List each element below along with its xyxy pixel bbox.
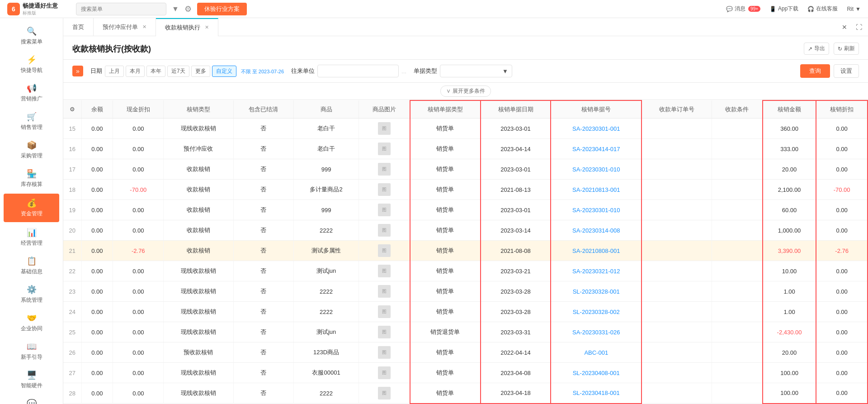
bill-no-link[interactable]: ABC-001 [584, 349, 608, 356]
system-icon: ⚙️ [27, 285, 37, 295]
tab-receipt[interactable]: 收款核销执行 ✕ [156, 18, 218, 36]
sidebar-item-quick[interactable]: ⚡ 快捷导航 [0, 50, 63, 79]
td-bill-type: 销货单 [410, 200, 481, 220]
bill-no-link[interactable]: SL-20230328-002 [573, 309, 620, 315]
bill-no-link[interactable]: SL-20230408-001 [573, 370, 620, 376]
refresh-icon: ↻ [838, 46, 842, 52]
td-rowno: 17 [63, 159, 81, 180]
tab-prepay[interactable]: 预付冲应付单 ✕ [94, 18, 156, 36]
td-verify-discount: 0.00 [816, 281, 868, 302]
td-verify-type: 现线收款核销 [164, 281, 233, 302]
sidebar-item-operations[interactable]: 📊 经营管理 [0, 223, 63, 252]
tab-home[interactable]: 首页 [63, 18, 94, 36]
settings-icon[interactable]: ⚙ [184, 4, 192, 14]
td-bill-no: SA-20210808-001 [551, 241, 642, 261]
sidebar-item-finance[interactable]: 💰 资金管理 [4, 194, 59, 222]
filter-settings-btn[interactable]: 设置 [834, 64, 859, 78]
td-goods-image: 图 [359, 302, 410, 322]
td-goods-image: 图 [359, 342, 410, 363]
export-btn[interactable]: ↗ 导出 [804, 43, 829, 55]
td-cash-discount: -70.00 [113, 180, 164, 200]
sidebar-item-enterprise[interactable]: 🤝 企业协同 [0, 309, 63, 337]
operations-icon: 📊 [27, 228, 37, 238]
td-balance: 0.00 [81, 383, 113, 404]
tab-close-receipt[interactable]: ✕ [205, 24, 209, 30]
td-goods-image: 图 [359, 383, 410, 404]
sidebar-item-purchase[interactable]: 📦 采购管理 [0, 136, 63, 164]
bill-no-link[interactable]: SA-20230301-010 [572, 207, 620, 214]
app-download-btn[interactable]: 📱 App下载 [769, 5, 798, 13]
bill-no-link[interactable]: SA-20230321-012 [572, 268, 620, 275]
td-receipt-order [642, 139, 712, 159]
date-this-year[interactable]: 本年 [146, 66, 165, 77]
date-more[interactable]: 更多 [191, 66, 210, 77]
td-rowno: 27 [63, 363, 81, 383]
tab-close-prepay[interactable]: ✕ [142, 24, 146, 30]
bill-no-link[interactable]: SA-20210808-001 [572, 247, 620, 254]
sidebar-item-guide[interactable]: 📖 新手引导 [0, 337, 63, 366]
sidebar-item-inventory[interactable]: 🏪 库存核算 [0, 164, 63, 193]
td-bill-date: 2023-03-01 [481, 159, 551, 180]
bill-no-link[interactable]: SL-20230418-001 [573, 390, 620, 396]
top-search-input[interactable] [76, 3, 166, 15]
td-goods-image: 图 [359, 200, 410, 220]
expand-more-btn[interactable]: ∨ 展开更多条件 [440, 86, 491, 97]
query-btn[interactable]: 查询 [800, 64, 830, 78]
td-bill-date: 2023-03-31 [481, 322, 551, 342]
guide-icon: 📖 [27, 342, 37, 352]
date-custom[interactable]: 自定义 [212, 66, 236, 77]
td-bill-no: SL-20230408-001 [551, 363, 642, 383]
table-container: ⚙ 余额 现金折扣 核销类型 包含已结清 商品 商品图片 核销单据类型 核销单据… [63, 100, 868, 404]
expand-tab-icon[interactable]: ⛶ [854, 22, 864, 33]
hardware-icon: 🖥️ [27, 370, 37, 380]
bill-type-select[interactable]: ▼ [440, 65, 512, 77]
source-input[interactable] [317, 65, 399, 77]
td-bill-date: 2023-03-21 [481, 261, 551, 281]
sidebar-item-system[interactable]: ⚙️ 系统管理 [0, 280, 63, 309]
td-receipt-cond [712, 261, 763, 281]
separator: ... [401, 68, 406, 75]
sidebar-item-hardware[interactable]: 🖥️ 智能硬件 [0, 366, 63, 394]
td-receipt-order [642, 383, 712, 404]
td-goods: 2222 [293, 220, 359, 241]
sidebar-item-search[interactable]: 🔍 搜索菜单 [0, 22, 63, 50]
td-verify-discount: 0.00 [816, 302, 868, 322]
bill-no-link[interactable]: SL-20230328-001 [573, 288, 620, 295]
sidebar-item-sales[interactable]: 🛒 销售管理 [0, 107, 63, 136]
messages-btn[interactable]: 💬 消息 99+ [726, 5, 760, 13]
td-balance: 0.00 [81, 139, 113, 159]
td-goods: 999 [293, 159, 359, 180]
filter-toggle-btn[interactable]: » [72, 66, 83, 76]
message-badge: 99+ [748, 6, 760, 12]
bill-no-link[interactable]: SA-20210813-001 [572, 186, 620, 193]
td-include-settled: 否 [233, 281, 293, 302]
enterprise-icon: 🤝 [27, 313, 37, 323]
sidebar-item-basic[interactable]: 📋 基础信息 [0, 252, 63, 280]
td-balance: 0.00 [81, 261, 113, 281]
industry-btn[interactable]: 休验行业方案 [197, 3, 247, 15]
table-row: 28 0.00 0.00 现线收款核销 否 2222 图 销货单 2023-04… [63, 383, 868, 404]
inventory-icon: 🏪 [27, 169, 37, 179]
td-cash-discount: 0.00 [113, 363, 164, 383]
bill-no-link[interactable]: SA-20230414-017 [572, 146, 620, 152]
date-this-month[interactable]: 本月 [126, 66, 145, 77]
th-bill-date: 核销单据日期 [481, 100, 551, 119]
sidebar-item-wechat[interactable]: 💬 企业微信 [0, 394, 63, 404]
td-receipt-cond [712, 281, 763, 302]
date-7days[interactable]: 近7天 [167, 66, 189, 77]
online-service-btn[interactable]: 🎧 在线客服 [807, 5, 838, 13]
search-icon[interactable]: ▼ [172, 5, 179, 13]
user-menu[interactable]: Rit ▼ [847, 6, 861, 12]
bill-no-link[interactable]: SA-20230301-001 [572, 125, 620, 132]
table-row: 20 0.00 0.00 收款核销 否 2222 图 销货单 2023-03-1… [63, 220, 868, 241]
td-goods-image: 图 [359, 241, 410, 261]
refresh-btn[interactable]: ↻ 刷新 [834, 43, 859, 55]
bill-no-link[interactable]: SA-20230331-026 [572, 329, 620, 336]
sidebar-item-marketing[interactable]: 📢 营销推广 [0, 79, 63, 107]
close-tab-icon[interactable]: ✕ [839, 22, 850, 33]
bill-no-link[interactable]: SA-20230314-008 [572, 227, 620, 234]
settings-col-icon[interactable]: ⚙ [70, 106, 75, 113]
date-last-month[interactable]: 上月 [105, 66, 124, 77]
bill-no-link[interactable]: SA-20230301-010 [572, 166, 620, 173]
td-receipt-cond [712, 119, 763, 139]
